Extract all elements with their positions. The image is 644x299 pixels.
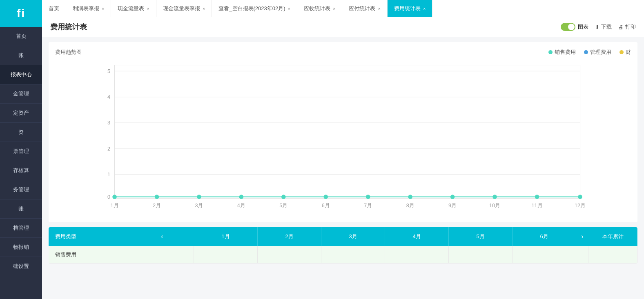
data-point bbox=[239, 195, 244, 199]
close-tab-payable-stats[interactable]: × bbox=[378, 6, 380, 11]
sidebar-item-expense-report[interactable]: 畅报销 bbox=[0, 238, 42, 257]
legend-finance-expense: 财 bbox=[619, 49, 631, 56]
svg-text:2: 2 bbox=[107, 146, 110, 152]
data-point bbox=[578, 195, 582, 199]
download-button[interactable]: ⬇ 下载 bbox=[595, 23, 612, 31]
download-label: 下载 bbox=[601, 23, 612, 31]
th-feb: 2月 bbox=[258, 227, 321, 246]
page-title: 费用统计表 bbox=[50, 22, 87, 32]
legend-dot-admin bbox=[584, 50, 588, 54]
sidebar-item-home[interactable]: 首页 bbox=[0, 27, 42, 46]
table-section: 费用类型 ‹ 1月 2月 3月 4月 5月 6月 › 本年累计 销售费用 bbox=[49, 227, 637, 264]
legend-label-sales: 销售费用 bbox=[555, 49, 576, 56]
data-point bbox=[281, 195, 286, 199]
td-jun bbox=[513, 246, 576, 263]
td-apr bbox=[385, 246, 449, 263]
th-jun: 6月 bbox=[513, 227, 576, 246]
chart-header: 费用趋势图 销售费用 管理费用 财 bbox=[55, 49, 631, 56]
svg-text:10月: 10月 bbox=[489, 203, 500, 208]
header-actions: 图表 ⬇ 下载 🖨 打印 bbox=[561, 23, 636, 31]
svg-text:5: 5 bbox=[107, 69, 110, 74]
chart-container: 5 4 3 2 1 0 bbox=[55, 61, 631, 216]
sidebar-item-fund-management[interactable]: 金管理 bbox=[0, 84, 42, 104]
chart-toggle[interactable] bbox=[561, 23, 575, 31]
th-apr: 4月 bbox=[385, 227, 449, 246]
chart-section: 费用趋势图 销售费用 管理费用 财 bbox=[49, 42, 637, 222]
th-ytd: 本年累计 bbox=[588, 227, 637, 246]
legend-sales-expense: 销售费用 bbox=[548, 49, 576, 56]
data-point bbox=[535, 195, 539, 199]
svg-text:8月: 8月 bbox=[406, 203, 414, 208]
close-tab-receivable-stats[interactable]: × bbox=[333, 6, 335, 11]
svg-text:4: 4 bbox=[107, 94, 110, 100]
td-feb bbox=[258, 246, 321, 263]
main-area: 首页 利润表季报 × 现金流量表 × 现金流量表季报 × 查看_空白报表(202… bbox=[42, 0, 644, 299]
td-expense-type: 销售费用 bbox=[49, 246, 130, 263]
data-point bbox=[155, 195, 159, 199]
close-tab-cash-flow[interactable]: × bbox=[147, 6, 149, 11]
legend-label-admin: 管理费用 bbox=[590, 49, 611, 56]
svg-text:2月: 2月 bbox=[153, 203, 161, 208]
print-icon: 🖨 bbox=[618, 24, 624, 30]
print-label: 打印 bbox=[625, 23, 636, 31]
sidebar-item-service-management[interactable]: 务管理 bbox=[0, 180, 42, 199]
svg-rect-12 bbox=[115, 65, 580, 199]
chart-toggle-wrap: 图表 bbox=[561, 23, 588, 31]
close-tab-view-blank-report[interactable]: × bbox=[288, 6, 290, 11]
sidebar-item-basic-settings[interactable]: 础设置 bbox=[0, 257, 42, 276]
data-point bbox=[112, 195, 117, 199]
legend-dot-sales bbox=[548, 50, 553, 54]
th-nav-prev[interactable]: ‹ bbox=[130, 227, 194, 246]
sidebar-item-account[interactable]: 账 bbox=[0, 46, 42, 65]
sidebar-item-capital[interactable]: 资 bbox=[0, 123, 42, 142]
data-point bbox=[450, 195, 455, 199]
svg-text:9月: 9月 bbox=[448, 203, 457, 208]
download-icon: ⬇ bbox=[595, 24, 599, 30]
tab-profit-quarterly[interactable]: 利润表季报 × bbox=[66, 0, 111, 17]
td-mar bbox=[321, 246, 385, 263]
tab-payable-stats[interactable]: 应付统计表 × bbox=[342, 0, 387, 17]
data-point bbox=[366, 195, 370, 199]
svg-text:1月: 1月 bbox=[111, 203, 119, 208]
tab-home[interactable]: 首页 bbox=[42, 0, 66, 17]
tab-view-blank-report[interactable]: 查看_空白报表(2023年02月) × bbox=[212, 0, 297, 17]
svg-text:1: 1 bbox=[107, 172, 110, 177]
sidebar-item-inventory[interactable]: 存核算 bbox=[0, 161, 42, 180]
sidebar-item-sub-account[interactable]: 账 bbox=[0, 199, 42, 219]
svg-text:7月: 7月 bbox=[364, 203, 372, 208]
td-jan bbox=[194, 246, 258, 263]
sidebar-item-file-management[interactable]: 档管理 bbox=[0, 219, 42, 238]
table-header: 费用类型 ‹ 1月 2月 3月 4月 5月 6月 › 本年累计 bbox=[49, 227, 637, 246]
svg-text:6月: 6月 bbox=[322, 203, 330, 208]
chart-legend: 销售费用 管理费用 财 bbox=[548, 49, 631, 56]
close-tab-cash-flow-quarterly[interactable]: × bbox=[203, 6, 205, 11]
th-may: 5月 bbox=[449, 227, 513, 246]
tab-expense-stats[interactable]: 费用统计表 × bbox=[388, 0, 432, 17]
td-ytd bbox=[588, 246, 637, 263]
data-point bbox=[408, 195, 412, 199]
th-nav-next[interactable]: › bbox=[576, 227, 588, 246]
tab-receivable-stats[interactable]: 应收统计表 × bbox=[297, 0, 342, 17]
tab-cash-flow-quarterly[interactable]: 现金流量表季报 × bbox=[156, 0, 212, 17]
td-nav-spacer bbox=[130, 246, 194, 263]
data-point bbox=[324, 195, 328, 199]
th-expense-type: 费用类型 bbox=[49, 227, 130, 246]
sidebar-item-fixed-assets[interactable]: 定资产 bbox=[0, 104, 42, 123]
print-button[interactable]: 🖨 打印 bbox=[618, 23, 636, 31]
sidebar: fi 首页 账 报表中心 金管理 定资产 资 票管理 存核算 务管理 账 档管理… bbox=[0, 0, 42, 299]
sidebar-item-ticket-management[interactable]: 票管理 bbox=[0, 142, 42, 161]
legend-admin-expense: 管理费用 bbox=[584, 49, 611, 56]
close-tab-expense-stats[interactable]: × bbox=[423, 6, 426, 11]
th-jan: 1月 bbox=[194, 227, 258, 246]
svg-text:12月: 12月 bbox=[575, 203, 586, 208]
tab-cash-flow[interactable]: 现金流量表 × bbox=[111, 0, 156, 17]
chart-title: 费用趋势图 bbox=[55, 49, 82, 56]
sidebar-item-report-center[interactable]: 报表中心 bbox=[0, 65, 42, 84]
svg-text:0: 0 bbox=[107, 194, 110, 200]
content-area: 费用统计表 图表 ⬇ 下载 🖨 打印 费用趋势图 bbox=[42, 17, 644, 299]
svg-text:11月: 11月 bbox=[531, 203, 542, 208]
close-tab-profit-quarterly[interactable]: × bbox=[102, 6, 104, 11]
data-point bbox=[492, 195, 497, 199]
table-row-sales-expense: 销售费用 bbox=[49, 246, 637, 264]
td-nav-spacer2 bbox=[576, 246, 588, 263]
